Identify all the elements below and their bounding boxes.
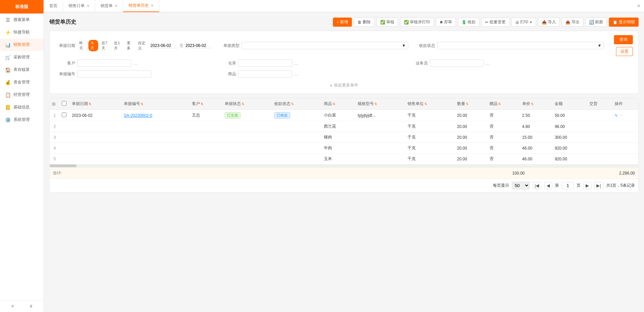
sort-gift[interactable]: 赠品 ⇅ <box>489 101 518 107</box>
tab-sales-order-close[interactable]: ✕ <box>87 4 89 8</box>
batch-change-button[interactable]: ✏ 批量变更 <box>481 18 509 27</box>
footer-label: 合计: <box>53 170 62 176</box>
goods-dots[interactable]: ... <box>294 71 298 77</box>
salesman-dots[interactable]: ... <box>486 60 490 66</box>
set-button[interactable]: 设置 <box>616 47 633 56</box>
tab-sales-order[interactable]: 销售订单 ✕ <box>63 0 95 12</box>
query-button[interactable]: 查询 <box>614 35 633 44</box>
select-all-checkbox[interactable] <box>62 101 66 106</box>
page-number-input[interactable] <box>562 182 574 189</box>
doc-type-select[interactable]: ▼ <box>242 42 408 49</box>
sort-sales-unit[interactable]: 销售单位 ⇅ <box>408 101 453 107</box>
page-title: 销货单历史 <box>49 19 76 26</box>
print-button[interactable]: 🖨 打印 ▼ <box>511 18 536 27</box>
col-doc-status: 单据状态 ⇅ <box>223 98 272 110</box>
tab-sales-delivery-close[interactable]: ✕ <box>115 4 117 8</box>
per-page-select[interactable]: 50 20 100 <box>512 182 530 189</box>
collect-status-select[interactable]: ▼ <box>437 42 604 49</box>
page-first-button[interactable]: |◀ <box>532 182 541 189</box>
date-btn-more[interactable]: 更多 <box>125 40 135 51</box>
sidebar-item-finance[interactable]: 💰 资金管理 <box>0 76 44 88</box>
sort-goods[interactable]: 商品 ⇅ <box>324 101 354 107</box>
cell-doc-date <box>70 121 122 132</box>
sidebar-item-quick-nav[interactable]: ⚡ 快捷导航 <box>0 26 44 38</box>
date-btn-custom[interactable]: 自定义 <box>136 40 148 51</box>
add-button[interactable]: + 新增 <box>333 18 352 27</box>
doc-number-label: 单据编号 <box>55 71 75 77</box>
tab-bar-close-all[interactable]: ✕ <box>637 3 641 8</box>
sort-spec-type[interactable]: 规格型号 ⇅ <box>358 101 403 107</box>
customer-dots[interactable]: ... <box>133 60 137 66</box>
cell-doc-number <box>122 154 190 164</box>
goods-input[interactable] <box>238 70 292 78</box>
sort-icon: ⇅ <box>466 102 469 106</box>
page-next-button[interactable]: ▶ <box>583 182 591 189</box>
abandon-button[interactable]: ✖ 弃审 <box>436 18 456 27</box>
date-btn-today[interactable]: 今天 <box>88 40 98 51</box>
sidebar-item-inventory[interactable]: 🏠 库存核算 <box>0 63 44 76</box>
doc-number-input[interactable] <box>77 70 151 78</box>
sort-doc-number[interactable]: 单据编号 ⇅ <box>124 101 188 107</box>
table-settings-icon[interactable]: ⚙ <box>52 101 56 107</box>
date-to-input[interactable] <box>186 43 213 48</box>
basic-info-icon: 📒 <box>5 105 11 110</box>
cell-checkbox <box>60 121 70 132</box>
horizontal-scrollbar[interactable] <box>50 164 638 167</box>
collapse-label: 收起更多条件 <box>334 82 358 88</box>
cell-doc-status: 已生效 <box>223 110 272 121</box>
sort-collect-status[interactable]: 收款状态 ⇅ <box>274 101 320 107</box>
sidebar-item-search-menu[interactable]: ☰ 搜索菜单 <box>0 14 44 26</box>
total-qty: 100.00 <box>512 171 525 176</box>
cell-spec-type <box>356 132 405 143</box>
import-button[interactable]: 📥 导入 <box>538 18 560 27</box>
date-from-input[interactable] <box>150 43 177 48</box>
sort-doc-date[interactable]: 单据日期 ⇅ <box>72 101 120 107</box>
salesman-input[interactable] <box>430 59 484 67</box>
tab-sales-history[interactable]: 销货单历史 ✕ <box>123 0 159 12</box>
sidebar-item-sales-mgmt[interactable]: 📊 销售管理 <box>0 38 44 51</box>
doc-number-link[interactable]: SA-20230602-0 <box>124 113 152 118</box>
row-checkbox[interactable] <box>62 112 66 117</box>
sort-doc-status[interactable]: 单据状态 ⇅ <box>225 101 270 107</box>
goods-label: 商品 <box>216 71 236 77</box>
cell-doc-number: SA-20230602-0 <box>122 110 190 121</box>
tab-home[interactable]: 首页 <box>44 0 63 12</box>
sidebar-bottom-icon1[interactable]: ☀ <box>11 304 15 309</box>
show-detail-button[interactable]: 📋 显示明细 <box>609 18 639 27</box>
export-button[interactable]: 📤 导出 <box>562 18 583 27</box>
sidebar-item-sys-mgmt[interactable]: ⚙️ 系统管理 <box>0 113 44 126</box>
audit-print-button[interactable]: ✅ 审核并打印 <box>400 18 434 27</box>
collapse-button[interactable]: ∧ 收起更多条件 <box>328 81 360 89</box>
sidebar-item-operations[interactable]: 📋 经营管理 <box>0 88 44 101</box>
tab-sales-delivery[interactable]: 销货单 ✕ <box>95 0 123 12</box>
date-btn-7days[interactable]: 近7天 <box>100 40 111 51</box>
sidebar-item-basic-info[interactable]: 📒 基础信息 <box>0 101 44 113</box>
sidebar-item-label: 销售管理 <box>13 42 30 48</box>
show-detail-icon: 📋 <box>613 20 618 25</box>
audit-button[interactable]: ✅ 审核 <box>376 18 398 27</box>
cell-spec-type: tyjyjtyjdf... <box>356 110 405 121</box>
customer-input[interactable] <box>77 59 131 67</box>
page-last-button[interactable]: ▶| <box>594 182 603 189</box>
sort-unit-price[interactable]: 单价 ⇅ <box>522 101 551 107</box>
col-doc-date: 单据日期 ⇅ <box>70 98 122 110</box>
sort-qty[interactable]: 数量 ⇅ <box>457 101 486 107</box>
more-action-button[interactable]: ⋯ <box>619 113 623 118</box>
per-page-label: 每页显示 <box>493 183 509 188</box>
sys-mgmt-icon: ⚙️ <box>5 117 11 123</box>
sidebar-bottom-icon2[interactable]: ⏸ <box>29 304 33 309</box>
collect-button[interactable]: 💲 收款 <box>458 18 479 27</box>
tab-sales-history-close[interactable]: ✕ <box>151 4 153 7</box>
date-btn-yesterday[interactable]: 昨天 <box>77 40 87 51</box>
refresh-button[interactable]: 🔄 刷新 <box>585 18 607 27</box>
sidebar-item-purchase-mgmt[interactable]: 🛒 采购管理 <box>0 51 44 63</box>
sort-customer[interactable]: 客户 ⇅ <box>192 101 221 107</box>
edit-action-button[interactable]: ✎ <box>615 113 618 118</box>
warehouse-input[interactable] <box>238 59 292 67</box>
date-btn-1month[interactable]: 近1月 <box>112 40 123 51</box>
warehouse-dots[interactable]: ... <box>294 60 298 66</box>
cell-sales-unit: 千克 <box>405 110 455 121</box>
scrollbar-thumb[interactable] <box>50 164 77 167</box>
delete-button[interactable]: 🗑 删除 <box>354 18 374 27</box>
page-prev-button[interactable]: ◀ <box>544 182 552 189</box>
